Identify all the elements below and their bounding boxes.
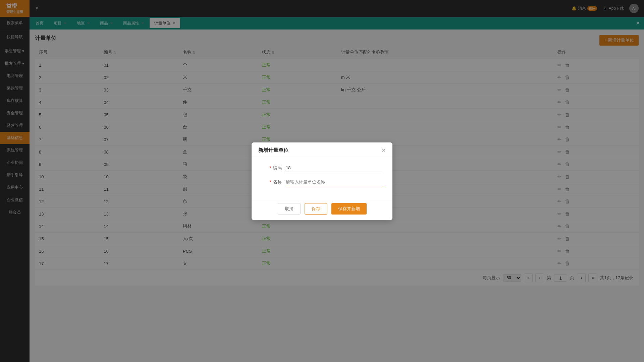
- name-input[interactable]: [285, 178, 382, 186]
- code-required-star: *: [269, 165, 271, 170]
- save-button[interactable]: 保存: [305, 203, 327, 215]
- name-required-star: *: [269, 179, 271, 184]
- cancel-button[interactable]: 取消: [278, 203, 301, 215]
- code-label: * 编码: [262, 165, 282, 171]
- modal-title: 新增计量单位: [258, 147, 288, 154]
- form-row-code: * 编码: [262, 164, 382, 172]
- name-label-text: 名称: [273, 179, 282, 184]
- modal-overlay[interactable]: 新增计量单位 ✕ * 编码 * 名称 取消 保存 保存并新增: [0, 0, 644, 362]
- code-input[interactable]: [285, 164, 382, 172]
- modal-footer: 取消 保存 保存并新增: [252, 199, 392, 220]
- add-unit-modal: 新增计量单位 ✕ * 编码 * 名称 取消 保存 保存并新增: [252, 142, 392, 220]
- name-label: * 名称: [262, 179, 282, 185]
- code-label-text: 编码: [273, 165, 282, 170]
- modal-close-button[interactable]: ✕: [381, 147, 386, 154]
- modal-header: 新增计量单位 ✕: [252, 142, 392, 157]
- form-row-name: * 名称: [262, 178, 382, 186]
- save-and-new-button[interactable]: 保存并新增: [331, 203, 367, 215]
- modal-body: * 编码 * 名称: [252, 157, 392, 199]
